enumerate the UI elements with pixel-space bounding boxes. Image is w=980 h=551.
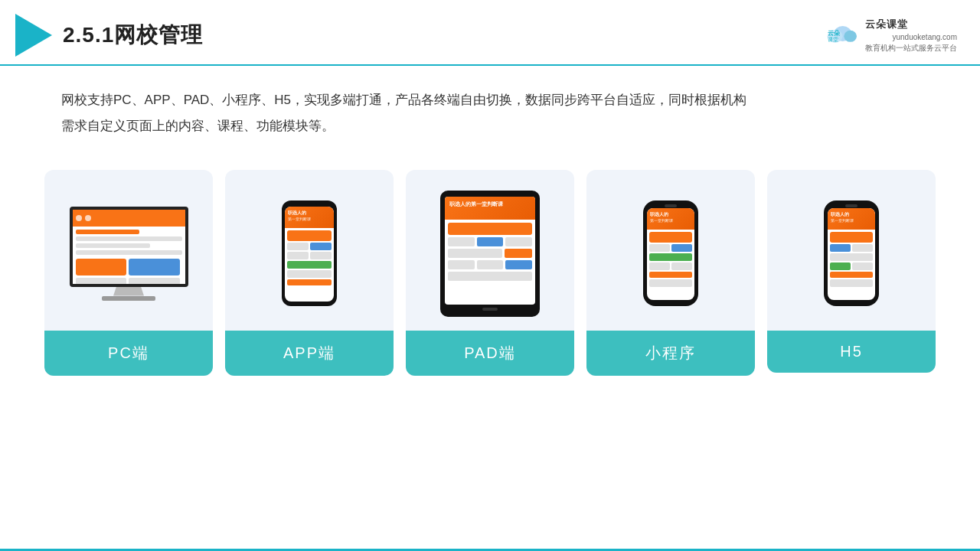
svg-text:课堂: 课堂: [828, 37, 838, 42]
logo-area: 云朵 课堂 云朵课堂 yunduoketang.com 教育机构一站式服务云平台: [822, 18, 957, 54]
logo-cloud: 云朵 课堂 云朵课堂 yunduoketang.com 教育机构一站式服务云平台: [822, 18, 957, 54]
h5-phone-mockup: 职选人的 第一堂判断课: [824, 201, 879, 306]
play-icon: [15, 14, 52, 57]
mini-phone-body: 职选人的 第一堂判断课: [643, 201, 698, 306]
logo-name: 云朵课堂: [865, 18, 957, 31]
app-phone-screen: 职选人的 第一堂判断课: [285, 207, 334, 302]
card-pc-image: [44, 170, 213, 331]
svg-text:云朵: 云朵: [828, 29, 841, 37]
app-phone-body: 职选人的 第一堂判断课: [282, 201, 337, 306]
header-left: 2.5.1网校管理: [15, 14, 203, 57]
card-h5: 职选人的 第一堂判断课: [767, 170, 936, 373]
phone-notch: [302, 203, 317, 207]
card-pad: 职选人的第一堂判断课: [406, 170, 574, 376]
svg-point-2: [844, 31, 857, 42]
pc-mockup: [70, 207, 188, 301]
mini-phone-mockup: 职选人的 第一堂判断课: [643, 201, 698, 306]
card-h5-label: H5: [767, 331, 936, 373]
h5-phone-screen: 职选人的 第一堂判断课: [828, 208, 875, 300]
cloud-icon: 云朵 课堂: [822, 21, 861, 49]
card-app-label: APP端: [225, 331, 394, 376]
h5-phone-body: 职选人的 第一堂判断课: [824, 201, 879, 306]
pad-home-button: [482, 308, 498, 311]
card-pc: PC端: [44, 170, 213, 376]
card-h5-image: 职选人的 第一堂判断课: [767, 170, 936, 331]
h5-phone-notch: [845, 204, 858, 207]
card-pad-label: PAD端: [406, 331, 574, 376]
card-app: 职选人的 第一堂判断课: [225, 170, 394, 376]
pad-screen: 职选人的第一堂判断课: [445, 197, 535, 305]
card-pad-image: 职选人的第一堂判断课: [406, 170, 574, 331]
mini-phone-notch: [665, 204, 677, 207]
mini-phone-screen: 职选人的 第一堂判断课: [647, 208, 694, 300]
card-mini-image: 职选人的 第一堂判断课: [586, 170, 755, 331]
card-pc-label: PC端: [44, 331, 213, 376]
pad-body: 职选人的第一堂判断课: [440, 191, 540, 317]
card-mini: 职选人的 第一堂判断课: [586, 170, 755, 376]
pad-mockup: 职选人的第一堂判断课: [440, 191, 540, 317]
header: 2.5.1网校管理 云朵 课堂 云朵课堂 yunduoketang.com 教育…: [0, 0, 980, 66]
logo-text-group: 云朵课堂 yunduoketang.com 教育机构一站式服务云平台: [865, 18, 957, 54]
logo-url: yunduoketang.com: [865, 33, 957, 41]
logo-tagline: 教育机构一站式服务云平台: [865, 43, 957, 54]
card-app-image: 职选人的 第一堂判断课: [225, 170, 394, 331]
app-phone-mockup: 职选人的 第一堂判断课: [282, 201, 337, 306]
description-text: 网校支持PC、APP、PAD、小程序、H5，实现多端打通，产品各终端自由切换，数…: [0, 66, 980, 147]
pc-screen: [70, 207, 188, 287]
card-mini-label: 小程序: [586, 331, 755, 376]
cards-section: PC端 职选人的 第一堂判断课: [0, 155, 980, 376]
page-title: 2.5.1网校管理: [63, 21, 203, 50]
